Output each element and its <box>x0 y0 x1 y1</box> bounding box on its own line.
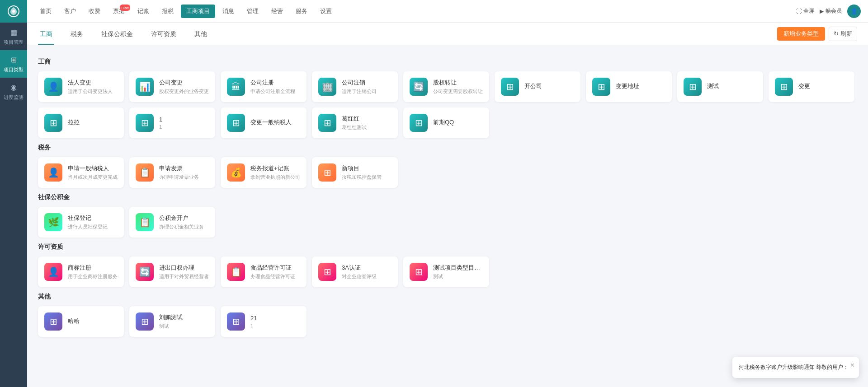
apply-taxpayer-title: 申请一般纳税人 <box>68 164 118 173</box>
change-taxpayer-icon: ⊞ <box>227 114 245 132</box>
nav-industry[interactable]: 工商项目 <box>181 5 215 18</box>
nav-invoice[interactable]: 票据 new <box>108 5 130 18</box>
food-license-icon: 📋 <box>227 263 245 281</box>
subnav-other[interactable]: 其他 <box>193 25 209 45</box>
card-apply-invoice[interactable]: 📋 申请发票 办理申请发票业务 <box>129 157 215 188</box>
card-open-company[interactable]: ⊞ 开公司 <box>495 71 580 102</box>
member-icon: ▶ <box>820 8 824 14</box>
subnav-tax[interactable]: 税务 <box>69 25 85 45</box>
trademark-desc: 用于企业商标注册服务 <box>68 273 118 280</box>
card-social-register[interactable]: 🌿 社保登记 进行人员社保登记 <box>38 207 124 238</box>
main-content: 首页 客户 收费 票据 new 记账 报税 工商项目 消息 管理 经营 服务 设… <box>27 0 868 387</box>
open-company-icon: ⊞ <box>501 78 519 96</box>
card-legal-change[interactable]: 👤 法人变更 适用于公司变更法人 <box>38 71 124 102</box>
fullscreen-button[interactable]: ⛶ 全屏 <box>796 7 814 15</box>
company-change-icon: 📊 <box>136 78 154 96</box>
legal-change-desc: 适用于公司变更法人 <box>68 88 118 95</box>
mohong-icon: ⊞ <box>318 114 336 132</box>
nav-manage[interactable]: 管理 <box>241 5 264 18</box>
card-lala[interactable]: ⊞ 拉拉 <box>38 107 124 138</box>
nav-home[interactable]: 首页 <box>34 5 57 18</box>
add-business-type-button[interactable]: 新增业务类型 <box>777 27 825 41</box>
card-change-address[interactable]: ⊞ 变更地址 <box>586 71 672 102</box>
sidebar-item-project-manage[interactable]: ▦ 项目管理 <box>0 23 27 50</box>
subnav-industry[interactable]: 工商 <box>38 25 54 45</box>
nav-billing[interactable]: 收费 <box>83 5 106 18</box>
card-test-type[interactable]: ⊞ 测试项目类型目定义 测试 <box>403 256 489 287</box>
company-change-desc: 股权变更外的业务变更 <box>159 88 209 95</box>
refresh-icon: ↻ <box>834 30 839 37</box>
card-tax-report[interactable]: 💰 税务报道+记账 拿到营业执照的新公司 <box>221 157 307 188</box>
user-avatar[interactable]: 👤 <box>847 5 861 18</box>
card-one[interactable]: ⊞ 1 1 <box>129 107 215 138</box>
card-trademark[interactable]: 👤 商标注册 用于企业商标注册服务 <box>38 256 124 287</box>
card-apply-taxpayer[interactable]: 👤 申请一般纳税人 当月或次月成变更完成 <box>38 157 124 188</box>
nav-client[interactable]: 客户 <box>59 5 81 18</box>
twenty-one-title: 21 <box>250 315 300 322</box>
member-button[interactable]: ▶ 畅会员 <box>820 7 842 15</box>
food-license-title: 食品经营许可证 <box>250 264 300 272</box>
change-title: 变更 <box>798 82 848 90</box>
tax-cards-grid: 👤 申请一般纳税人 当月或次月成变更完成 📋 申请发票 办理申请发票业务 💰 税… <box>38 157 857 188</box>
subnav-license[interactable]: 许可资质 <box>149 25 178 45</box>
card-company-register[interactable]: 🏛 公司注册 申请公司注册全流程 <box>221 71 307 102</box>
company-cancel-desc: 适用于注销公司 <box>342 88 392 95</box>
sidebar-logo <box>0 0 27 23</box>
card-food-license[interactable]: 📋 食品经营许可证 办理食品经营许可证 <box>221 256 307 287</box>
new-project-desc: 报税加税控盘保管 <box>342 174 392 181</box>
sub-navigation: 工商 税务 社保公积金 许可资质 其他 新增业务类型 ↻ 刷新 <box>27 23 868 45</box>
card-mohong[interactable]: ⊞ 葛红红 葛红红测试 <box>312 107 398 138</box>
sidebar-item-project-type[interactable]: ⊞ 项目类型 <box>0 50 27 78</box>
company-cancel-title: 公司注销 <box>342 79 392 87</box>
import-export-icon: 🔄 <box>136 263 154 281</box>
notification-close-button[interactable]: × <box>850 361 854 369</box>
nav-settings[interactable]: 设置 <box>315 5 337 18</box>
subnav-social[interactable]: 社保公积金 <box>99 25 135 45</box>
lala-title: 拉拉 <box>68 118 118 126</box>
import-export-title: 进出口权办理 <box>159 264 209 272</box>
card-change[interactable]: ⊞ 变更 <box>769 71 854 102</box>
fullscreen-icon: ⛶ <box>796 8 802 14</box>
sidebar-item-progress-monitor[interactable]: ◉ 进度监测 <box>0 78 27 105</box>
svg-point-1 <box>12 10 15 13</box>
company-change-title: 公司变更 <box>159 79 209 87</box>
refresh-button[interactable]: ↻ 刷新 <box>829 27 857 41</box>
card-company-cancel[interactable]: 🏢 公司注销 适用于注销公司 <box>312 71 398 102</box>
card-haha[interactable]: ⊞ 哈哈 <box>38 306 124 337</box>
change-address-icon: ⊞ <box>592 78 610 96</box>
nav-operation[interactable]: 经营 <box>266 5 288 18</box>
nav-service[interactable]: 服务 <box>290 5 313 18</box>
card-test[interactable]: ⊞ 测试 <box>677 71 763 102</box>
card-import-export[interactable]: 🔄 进出口权办理 适用于对外贸易经营者 <box>129 256 215 287</box>
card-fund-account[interactable]: 📋 公积金开户 办理公积金相关业务 <box>129 207 215 238</box>
one-icon: ⊞ <box>136 114 154 132</box>
card-front-qq[interactable]: ⊞ 前期QQ <box>403 107 489 138</box>
front-qq-title: 前期QQ <box>433 118 483 126</box>
mohong-desc: 葛红红测试 <box>342 124 392 131</box>
card-change-taxpayer[interactable]: ⊞ 变更一般纳税人 <box>221 107 307 138</box>
card-twenty-one[interactable]: ⊞ 21 1 <box>221 306 307 337</box>
top-navigation: 首页 客户 收费 票据 new 记账 报税 工商项目 消息 管理 经营 服务 设… <box>27 0 868 23</box>
nav-accounting[interactable]: 记账 <box>132 5 155 18</box>
legal-change-icon: 👤 <box>44 78 62 96</box>
sidebar-item-label: 进度监测 <box>4 94 24 101</box>
haha-title: 哈哈 <box>68 317 118 325</box>
page-content: 工商 👤 法人变更 适用于公司变更法人 📊 公司变更 股权变更外的业务变更 🏛 <box>27 45 868 387</box>
mohong-title: 葛红红 <box>342 115 392 123</box>
company-register-title: 公司注册 <box>250 79 300 87</box>
nav-tax[interactable]: 报税 <box>156 5 179 18</box>
card-liupeng-test[interactable]: ⊞ 刘鹏测试 测试 <box>129 306 215 337</box>
card-new-project[interactable]: ⊞ 新项目 报税加税控盘保管 <box>312 157 398 188</box>
nav-message[interactable]: 消息 <box>217 5 240 18</box>
test-type-icon: ⊞ <box>410 263 428 281</box>
change-taxpayer-title: 变更一般纳税人 <box>250 118 300 126</box>
equity-transfer-title: 股权转让 <box>433 79 483 87</box>
card-company-change[interactable]: 📊 公司变更 股权变更外的业务变更 <box>129 71 215 102</box>
apply-taxpayer-desc: 当月或次月成变更完成 <box>68 174 118 181</box>
card-equity-transfer[interactable]: 🔄 股权转让 公司变更需要股权转让 <box>403 71 489 102</box>
fund-account-title: 公积金开户 <box>159 214 209 222</box>
front-qq-icon: ⊞ <box>410 114 428 132</box>
card-3a-cert[interactable]: ⊞ 3A认证 对企业信誉评级 <box>312 256 398 287</box>
legal-change-title: 法人变更 <box>68 79 118 87</box>
food-license-desc: 办理食品经营许可证 <box>250 273 300 280</box>
